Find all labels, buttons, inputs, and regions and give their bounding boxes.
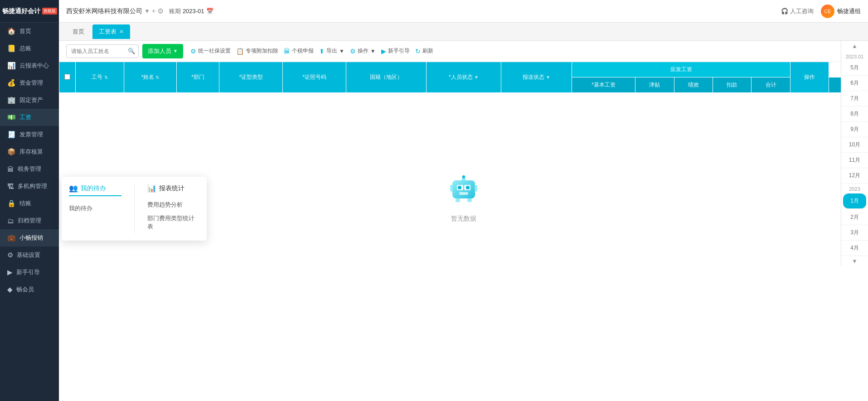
month-item-6[interactable]: 6月 [841, 76, 868, 91]
svg-rect-8 [450, 185, 453, 192]
month-12-label: 12月 [849, 172, 860, 179]
sidebar-item-home[interactable]: 🏠 首页 [0, 23, 59, 40]
sidebar-item-newguide[interactable]: ▶ 新手引导 [0, 264, 59, 281]
export-action[interactable]: ⬆ 导出 ▼ [319, 47, 344, 55]
svg-rect-5 [459, 192, 468, 195]
sidebar-item-fund[interactable]: 💰 资金管理 [0, 74, 59, 92]
month-item-2[interactable]: 2月 [841, 210, 868, 225]
sidebar-label-salary: 工资 [19, 113, 31, 121]
th-deduction: 扣款 [713, 77, 752, 93]
sort-icon-name[interactable]: ⇅ [155, 75, 159, 80]
sort-icon-id[interactable]: ⇅ [104, 75, 108, 80]
month-item-8[interactable]: 8月 [841, 106, 868, 122]
month-nav-down[interactable]: ▼ [841, 256, 868, 266]
sidebar-label-xiaochang: 小畅报销 [19, 234, 43, 242]
sidebar-item-multi-org[interactable]: 🏗 多机构管理 [0, 178, 59, 195]
company-name: 西安虾米网络科技有限公司 [66, 7, 142, 15]
report-status-filter-icon[interactable]: ▼ [546, 75, 550, 80]
month-item-7[interactable]: 7月 [841, 91, 868, 106]
inventory-icon: 📦 [7, 148, 16, 156]
sidebar-item-tax[interactable]: 🏛 税务管理 [0, 160, 59, 178]
popup-todo-header: 👥 我的待办 [69, 184, 121, 196]
social-insurance-icon: ⚙ [190, 48, 196, 55]
popup-item-mytodo[interactable]: 我的待办 [69, 202, 121, 215]
sidebar-label-newguide: 新手引导 [16, 268, 40, 276]
sidebar-item-fixed-assets[interactable]: 🏢 固定资产 [0, 92, 59, 109]
topbar-right: 🎧 人工咨询 CE 畅捷通组 [781, 5, 861, 18]
sidebar-item-archive[interactable]: 🗂 归档管理 [0, 212, 59, 229]
popup-report-title: 报表统计 [159, 184, 184, 193]
refresh-icon: ↻ [415, 48, 421, 55]
toolbar-actions: ⚙ 统一社保设置 📋 专项附加扣除 🏛 个税申报 ⬆ 导出 ▼ ⚙ 操作 ▼ [190, 47, 433, 55]
tab-home[interactable]: 首页 [66, 24, 91, 39]
sidebar-item-xiaochang[interactable]: 💼 小畅报销 [0, 229, 59, 246]
svg-rect-9 [475, 185, 477, 192]
export-arrow-icon: ▼ [339, 48, 344, 54]
month-item-3[interactable]: 3月 [841, 225, 868, 241]
popup-item-mytodo-label: 我的待办 [69, 205, 92, 212]
month-nav-up[interactable]: ▲ [841, 41, 868, 51]
month-item-5[interactable]: 5月 [841, 60, 868, 76]
new-guide-action[interactable]: ▶ 新手引导 [381, 47, 410, 55]
new-guide-icon: ▶ [381, 48, 386, 55]
svg-point-7 [462, 175, 465, 178]
add-person-button[interactable]: 添加人员 ▼ [142, 44, 183, 58]
sidebar-item-cloud-report[interactable]: 📊 云报表中心 [0, 57, 59, 74]
month-item-9[interactable]: 9月 [841, 122, 868, 137]
sidebar-item-member[interactable]: ◆ 畅会员 [0, 281, 59, 298]
topbar-settings-icon[interactable]: ⚙ [157, 7, 164, 15]
sidebar-item-ledger[interactable]: 📒 总账 [0, 40, 59, 57]
person-status-filter-icon[interactable]: ▼ [474, 75, 479, 80]
sidebar-item-inventory[interactable]: 📦 库存核算 [0, 143, 59, 160]
sidebar-label-fixed-assets: 固定资产 [19, 96, 43, 104]
company-dropdown-icon[interactable]: ▼ [144, 8, 150, 14]
tab-salary-table-label: 工资表 [99, 28, 116, 36]
topbar-add-icon[interactable]: ＋ [150, 6, 157, 16]
popup-item-cost-trend[interactable]: 费用趋势分析 [147, 198, 200, 212]
th-report-status: 报送状态 ▼ [501, 62, 572, 93]
popup-item-dept-cost[interactable]: 部门费用类型统计表 [147, 212, 200, 233]
special-deduct-action[interactable]: 📋 专项附加扣除 [236, 47, 278, 55]
th-id-number: *证照号码 [283, 62, 346, 93]
refresh-action[interactable]: ↻ 刷新 [415, 47, 433, 55]
popup-section-report: 📊 报表统计 费用趋势分析 部门费用类型统计表 [147, 184, 200, 233]
tax-icon: 🏛 [7, 165, 14, 173]
tax-report-action[interactable]: 🏛 个税申报 [284, 47, 314, 55]
operation-action[interactable]: ⚙ 操作 ▼ [350, 47, 376, 55]
month-7-label: 7月 [850, 95, 859, 101]
tab-salary-table[interactable]: 工资表 ✕ [92, 24, 130, 39]
sidebar-item-invoice[interactable]: 🧾 发票管理 [0, 126, 59, 143]
user-info[interactable]: CE 畅捷通组 [821, 5, 861, 18]
sidebar-item-salary[interactable]: 💵 工资 [0, 109, 59, 126]
social-insurance-action[interactable]: ⚙ 统一社保设置 [190, 47, 231, 55]
export-label: 导出 [326, 47, 337, 55]
period-calendar-icon[interactable]: 📅 [206, 8, 213, 14]
month-item-10[interactable]: 10月 [841, 137, 868, 153]
search-icon[interactable]: 🔍 [128, 48, 135, 54]
sidebar-label-home: 首页 [19, 27, 31, 35]
topbar: 西安虾米网络科技有限公司 ▼ ＋ ⚙ 账期 2023-01 📅 🎧 人工咨询 C… [59, 0, 868, 23]
month-6-label: 6月 [850, 80, 859, 86]
month-3-label: 3月 [850, 229, 859, 236]
logo-text: 畅捷通好会计 [2, 7, 40, 15]
month-panel: ▲ 2023.01 5月 6月 7月 8月 9月 10月 11月 12月 202… [841, 41, 868, 266]
select-all-checkbox[interactable] [64, 74, 70, 80]
tab-close-icon[interactable]: ✕ [119, 29, 124, 35]
checkbox-col-header[interactable] [59, 62, 76, 93]
operation-icon: ⚙ [350, 48, 356, 55]
service-button[interactable]: 🎧 人工咨询 [781, 7, 814, 15]
sidebar-item-basic[interactable]: ⚙ 基础设置 [0, 246, 59, 264]
month-item-1[interactable]: 1月 [843, 193, 866, 209]
month-item-11[interactable]: 11月 [841, 153, 868, 168]
popup-todo-title: 我的待办 [81, 184, 106, 193]
operation-label: 操作 [358, 47, 369, 55]
popup-menu: 👥 我的待办 我的待办 📊 报表统计 费用趋势分析 部门费用类型统计表 [62, 177, 207, 241]
sidebar-item-closing[interactable]: 🔒 结账 [0, 195, 59, 212]
svg-point-4 [466, 186, 470, 189]
month-item-12[interactable]: 12月 [841, 168, 868, 184]
salary-icon: 💵 [7, 113, 16, 121]
service-label: 人工咨询 [790, 7, 814, 15]
month-item-4[interactable]: 4月 [841, 241, 868, 256]
svg-rect-11 [467, 198, 472, 202]
th-performance: 绩效 [674, 77, 713, 93]
